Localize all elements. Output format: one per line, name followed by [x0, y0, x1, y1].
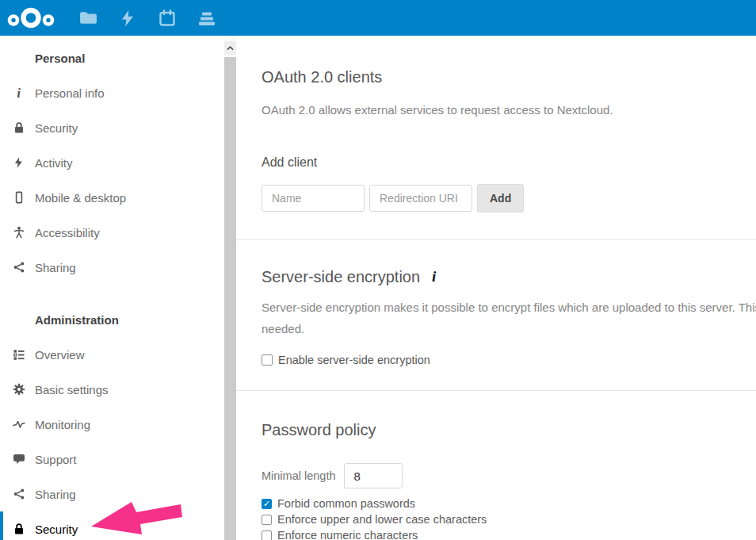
oauth-section: OAuth 2.0 clients OAuth 2.0 allows exter… — [236, 36, 756, 240]
chat-icon — [12, 453, 25, 466]
minimal-length-label: Minimal length — [262, 469, 336, 482]
minimal-length-input[interactable] — [344, 463, 403, 488]
pulse-icon — [12, 418, 25, 431]
encryption-description-line2: needed. — [262, 318, 756, 339]
accessibility-icon — [12, 226, 25, 239]
add-client-form: Add — [262, 184, 756, 213]
oauth-title: OAuth 2.0 clients — [262, 66, 756, 88]
password-policy-title: Password policy — [262, 419, 756, 441]
lock-icon — [12, 523, 25, 536]
password-policy-section: Password policy Minimal length Forbid co… — [236, 391, 756, 540]
sidebar-caption-personal: Personal — [0, 40, 224, 75]
nextcloud-logo[interactable] — [0, 0, 62, 36]
info-icon: i — [12, 86, 25, 100]
top-navbar — [0, 0, 756, 36]
enable-encryption-row: Enable server-side encryption — [262, 354, 756, 366]
minimal-length-row: Minimal length — [262, 463, 756, 488]
policy-row-numeric: Enforce numeric characters — [262, 527, 756, 540]
sidebar-item-sharing-personal[interactable]: Sharing — [0, 250, 224, 285]
encryption-title: Server-side encryption — [262, 266, 420, 288]
settings-sidebar: Personal i Personal info Security — [0, 36, 224, 540]
chevron-up-icon[interactable] — [224, 41, 236, 55]
sidebar-item-basic-settings[interactable]: Basic settings — [0, 372, 224, 407]
calendar-icon[interactable] — [147, 0, 187, 36]
info-icon[interactable]: i — [432, 268, 436, 285]
settings-content: OAuth 2.0 clients OAuth 2.0 allows exter… — [236, 36, 756, 540]
encryption-description-line1: Server-side encryption makes it possible… — [262, 297, 756, 318]
sidebar-item-sharing-admin[interactable]: Sharing — [0, 477, 224, 511]
add-client-button[interactable]: Add — [477, 184, 524, 213]
files-folder-icon[interactable] — [68, 0, 108, 36]
gear-icon — [12, 383, 25, 396]
nextcloud-settings-page: Personal i Personal info Security — [0, 0, 756, 540]
enable-encryption-checkbox[interactable] — [262, 354, 273, 366]
forbid-common-passwords-checkbox[interactable] — [262, 499, 272, 509]
sidebar-scrollbar[interactable] — [224, 36, 236, 540]
share-icon — [12, 261, 25, 274]
sidebar-item-activity[interactable]: Activity — [0, 145, 224, 180]
policy-row-forbid-common: Forbid common passwords — [262, 496, 756, 511]
bolt-icon — [12, 156, 25, 170]
client-name-input[interactable] — [262, 185, 365, 212]
list-icon — [12, 348, 25, 362]
policy-row-upper-lower: Enforce upper and lower case characters — [262, 511, 756, 527]
encryption-section: Server-side encryption i Server-side enc… — [236, 240, 756, 391]
sidebar-item-monitoring[interactable]: Monitoring — [0, 407, 224, 442]
share-icon — [12, 488, 25, 501]
scrollbar-thumb[interactable] — [224, 57, 236, 540]
enforce-numeric-checkbox[interactable] — [262, 530, 272, 540]
app-menu — [68, 0, 227, 36]
activity-bolt-icon[interactable] — [108, 0, 147, 36]
sidebar-caption-administration: Administration — [0, 302, 224, 337]
sidebar-item-security-personal[interactable]: Security — [0, 110, 224, 145]
add-client-label: Add client — [262, 155, 756, 170]
sidebar-item-support[interactable]: Support — [0, 442, 224, 477]
redirection-uri-input[interactable] — [369, 185, 472, 212]
phone-icon — [12, 191, 25, 205]
lock-icon — [12, 121, 25, 135]
deck-icon[interactable] — [187, 0, 227, 36]
sidebar-item-overview[interactable]: Overview — [0, 337, 224, 372]
sidebar-item-security-admin[interactable]: Security — [0, 511, 224, 540]
oauth-description: OAuth 2.0 allows external services to re… — [262, 99, 756, 121]
sidebar-item-accessibility[interactable]: Accessibility — [0, 215, 224, 250]
enable-encryption-label: Enable server-side encryption — [278, 354, 430, 366]
password-policy-checkbox-list: Forbid common passwords Enforce upper an… — [262, 496, 756, 540]
sidebar-item-personal-info[interactable]: i Personal info — [0, 75, 224, 110]
enforce-upper-lower-checkbox[interactable] — [262, 515, 272, 525]
sidebar-item-mobile-desktop[interactable]: Mobile & desktop — [0, 180, 224, 215]
